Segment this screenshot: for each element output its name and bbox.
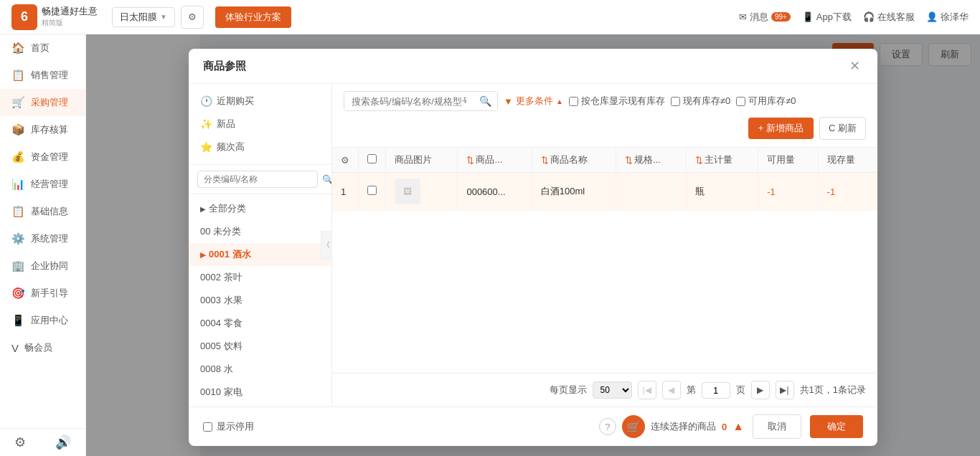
quick-label-new: 新品 bbox=[217, 118, 235, 130]
column-settings-icon[interactable]: ⚙ bbox=[341, 155, 349, 166]
sort-icon: ⇅ bbox=[466, 155, 474, 166]
dialog-title: 商品参照 bbox=[203, 60, 246, 73]
sidebar-item-inventory[interactable]: 📦 库存核算 bbox=[0, 116, 85, 143]
page-last-button[interactable]: ▶| bbox=[776, 381, 794, 399]
th-settings[interactable]: ⚙ bbox=[332, 148, 359, 173]
apps-icon: 📱 bbox=[11, 314, 25, 327]
collapse-panel-button[interactable]: 《 bbox=[321, 231, 332, 260]
row-select-checkbox[interactable] bbox=[367, 186, 377, 195]
checkbox-current-input[interactable] bbox=[671, 97, 680, 106]
dialog-close-button[interactable]: ✕ bbox=[846, 57, 863, 75]
page-prev-button[interactable]: ◀ bbox=[662, 381, 681, 399]
th-name[interactable]: ⇅ 商品名称 bbox=[532, 148, 616, 173]
product-table-container: ⚙ 商品图片 bbox=[332, 148, 877, 373]
product-search-input[interactable] bbox=[344, 92, 473, 110]
category-item-0010[interactable]: 0010 家电 bbox=[189, 381, 331, 404]
messages-btn[interactable]: ✉ 消息 99+ bbox=[739, 11, 791, 24]
checkbox-current-label: 现有库存≠0 bbox=[683, 95, 730, 108]
category-item-all[interactable]: ▶ 全部分类 bbox=[189, 197, 331, 220]
dialog-left-panel: 🕐 近期购买 ✨ 新品 ⭐ 频次高 bbox=[189, 84, 332, 407]
top-nav: 6 畅捷通好生意 精简版 日太阳膜 ▼ ⚙ 体验行业方案 ✉ 消息 99+ 📱 … bbox=[0, 0, 980, 34]
page-number-input[interactable] bbox=[702, 382, 730, 399]
quick-item-frequent[interactable]: ⭐ 频次高 bbox=[189, 136, 331, 158]
category-item-0004[interactable]: 0004 零食 bbox=[189, 312, 331, 335]
checkbox-available-label: 可用库存≠0 bbox=[748, 95, 796, 108]
category-item-0002[interactable]: 0002 茶叶 bbox=[189, 266, 331, 289]
th-checkbox bbox=[359, 148, 386, 173]
content-area: 查询 设置 刷新 商品参照 ✕ bbox=[86, 34, 980, 456]
th-available[interactable]: 可用量 bbox=[758, 148, 818, 173]
show-disabled-checkbox[interactable]: 显示停用 bbox=[203, 420, 254, 433]
th-unit-label: 主计量 bbox=[705, 153, 732, 166]
sidebar-label-sales: 销售管理 bbox=[31, 69, 68, 82]
page-first-button[interactable]: |◀ bbox=[638, 381, 656, 399]
checkbox-warehouse-stock[interactable]: 按仓库显示现有库存 bbox=[569, 95, 665, 108]
sidebar-item-home[interactable]: 🏠 首页 bbox=[0, 34, 85, 62]
confirm-button[interactable]: 确定 bbox=[810, 415, 863, 438]
page-label: 第 bbox=[687, 384, 696, 396]
sidebar-item-sales[interactable]: 📋 销售管理 bbox=[0, 62, 85, 89]
checkbox-available-input[interactable] bbox=[736, 97, 745, 106]
volume-icon[interactable]: 🔊 bbox=[55, 434, 71, 450]
sidebar-item-apps[interactable]: 📱 应用中心 bbox=[0, 307, 85, 334]
arrow-icon: ▶ bbox=[200, 205, 206, 213]
cart-count: 0 bbox=[722, 422, 727, 432]
sidebar-item-member[interactable]: V 畅会员 bbox=[0, 334, 85, 361]
collapse-cart-icon[interactable]: ▲ bbox=[732, 420, 744, 433]
sidebar-item-operation[interactable]: 📊 经营管理 bbox=[0, 171, 85, 198]
add-product-button[interactable]: + 新增商品 bbox=[748, 118, 814, 139]
settings-gear-icon[interactable]: ⚙ bbox=[14, 434, 26, 450]
quick-item-recent[interactable]: 🕐 近期购买 bbox=[189, 90, 331, 113]
online-service-btn[interactable]: 🎧 在线客服 bbox=[863, 11, 915, 24]
brand-logo: 6 畅捷通好生意 精简版 bbox=[11, 4, 98, 30]
select-all-checkbox[interactable] bbox=[367, 154, 377, 163]
cancel-button[interactable]: 取消 bbox=[753, 414, 801, 439]
store-selector[interactable]: 日太阳膜 ▼ bbox=[112, 7, 175, 27]
sidebar-item-enterprise[interactable]: 🏢 企业协同 bbox=[0, 252, 85, 280]
quick-label-frequent: 频次高 bbox=[217, 141, 245, 153]
category-item-0005[interactable]: 0005 饮料 bbox=[189, 335, 331, 358]
user-avatar[interactable]: 👤 徐泽华 bbox=[926, 11, 969, 24]
sidebar-item-purchase[interactable]: 🛒 采购管理 bbox=[0, 89, 85, 116]
demo-button[interactable]: 体验行业方案 bbox=[215, 6, 291, 28]
quick-item-new[interactable]: ✨ 新品 bbox=[189, 113, 331, 136]
help-icon[interactable]: ? bbox=[599, 418, 616, 435]
category-item-0001[interactable]: ▶ 0001 酒水 bbox=[189, 243, 331, 266]
pagination: 每页显示 50 10 20 100 |◀ ◀ 第 页 bbox=[332, 373, 877, 407]
category-search-icon[interactable]: 🔍 bbox=[322, 174, 332, 185]
checkbox-warehouse-input[interactable] bbox=[569, 97, 578, 106]
table-row[interactable]: 1 🖼 bbox=[332, 173, 877, 211]
row-image: 🖼 bbox=[386, 173, 458, 211]
th-spec[interactable]: ⇅ 规格... bbox=[616, 148, 687, 173]
checkbox-current-stock[interactable]: 现有库存≠0 bbox=[671, 95, 730, 108]
category-search-input[interactable] bbox=[197, 171, 318, 188]
image-placeholder-icon: 🖼 bbox=[403, 186, 412, 196]
sidebar-item-finance[interactable]: 💰 资金管理 bbox=[0, 143, 85, 171]
category-item-0008[interactable]: 0008 水 bbox=[189, 358, 331, 381]
app-download-btn[interactable]: 📱 App下载 bbox=[802, 11, 852, 24]
star-icon: ⭐ bbox=[200, 141, 212, 153]
category-item-uncategorized[interactable]: 00 未分类 bbox=[189, 220, 331, 243]
th-stock[interactable]: 现存量 bbox=[818, 148, 877, 173]
row-checkbox[interactable] bbox=[359, 173, 386, 211]
row-stock: -1 bbox=[818, 173, 877, 211]
page-next-button[interactable]: ▶ bbox=[751, 381, 770, 399]
checkbox-available-stock[interactable]: 可用库存≠0 bbox=[736, 95, 796, 108]
sidebar-item-basic[interactable]: 📋 基础信息 bbox=[0, 198, 85, 225]
message-icon: ✉ bbox=[739, 11, 747, 22]
search-icon-button[interactable]: 🔍 bbox=[473, 92, 497, 110]
th-code-label: 商品... bbox=[476, 153, 502, 166]
filter-button[interactable]: ▼ 更多条件 ▲ bbox=[504, 95, 563, 108]
th-code[interactable]: ⇅ 商品... bbox=[458, 148, 532, 173]
cart-button[interactable]: 🛒 bbox=[622, 415, 645, 438]
sidebar-item-guide[interactable]: 🎯 新手引导 bbox=[0, 280, 85, 307]
refresh-button[interactable]: C 刷新 bbox=[819, 117, 866, 140]
settings-icon[interactable]: ⚙ bbox=[181, 6, 204, 29]
show-disabled-input[interactable] bbox=[203, 422, 212, 432]
th-unit[interactable]: ⇅ 主计量 bbox=[686, 148, 758, 173]
category-item-0003[interactable]: 0003 水果 bbox=[189, 289, 331, 312]
chevron-down-icon: ▼ bbox=[160, 13, 167, 21]
sort-icon-name: ⇅ bbox=[541, 155, 549, 166]
per-page-select[interactable]: 50 10 20 100 bbox=[593, 381, 632, 399]
sidebar-item-system[interactable]: ⚙️ 系统管理 bbox=[0, 225, 85, 252]
